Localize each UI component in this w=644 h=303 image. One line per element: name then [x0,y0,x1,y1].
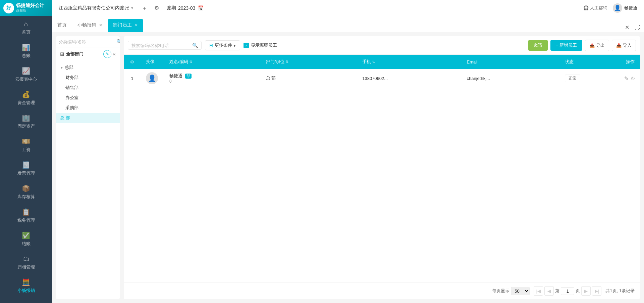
dept-node-general[interactable]: ▼ 总部 [56,62,120,73]
import-button[interactable]: 📥 导入 [612,40,636,51]
tab-employees-label: 部门员工 [113,22,132,28]
col-name[interactable]: 姓名/编码 [164,55,261,69]
employee-email: chanjethkj... [467,76,490,81]
tab-expense[interactable]: 小畅报销 ✕ [72,19,108,32]
next-page-button[interactable]: ▶ [581,286,591,296]
show-resigned-checkbox[interactable]: ✓ [244,43,249,48]
show-resigned-toggle[interactable]: ✓ 显示离职员工 [244,42,277,48]
col-dept[interactable]: 部门/职位 [261,55,357,69]
prev-page-button[interactable]: ◀ [544,286,554,296]
dept-name: 采购部 [65,105,78,111]
tax-icon: 📋 [22,208,30,216]
sidebar-item-settings[interactable]: ⚙ 基础设置 [0,298,52,303]
col-phone[interactable]: 手机 [357,55,461,69]
sidebar-item-home[interactable]: ⌂ 首页 [0,16,52,39]
dept-node-office[interactable]: 办公室 [56,93,120,103]
sidebar-item-label: 小畅报销 [17,288,35,294]
inventory-icon: 📦 [22,184,30,192]
dept-search-icon[interactable]: 🔍 [116,39,120,44]
dept-name: 销售部 [65,85,78,91]
sidebar-item-label: 结账 [22,241,31,247]
col-settings[interactable]: ⚙ [124,55,141,69]
edit-button[interactable]: ✎ [624,75,629,82]
all-dept-label: 全部部门 [66,51,84,57]
row-actions-cell: ✎ ⎋ [600,69,640,88]
row-dept-cell: 总 部 [261,69,357,88]
sidebar-item-expense[interactable]: 🧮 小畅报销 [0,274,52,298]
filter-button[interactable]: ⊟ 更多条件 ▾ [205,40,240,50]
export-button[interactable]: 📤 导出 [585,40,609,51]
add-button[interactable]: ＋ [140,3,149,13]
sidebar-item-tax[interactable]: 📋 税务管理 [0,204,52,227]
sidebar: ⌂ 首页 📊 总账 📈 云报表中心 💰 资金管理 🏢 固定资产 💴 工资 🧾 发… [0,16,52,303]
sidebar-item-funds[interactable]: 💰 资金管理 [0,86,52,110]
dept-header-left: ⊞ 全部部门 [60,51,84,57]
tab-expand-icon[interactable]: ⛶ [633,23,641,32]
company-selector[interactable]: 江西服宝精品有限责任公司内账张 ▾ [52,5,140,11]
tabs-right-actions: ✕ ⛶ [624,23,644,32]
pagination: |◀ ◀ 第 页 ▶ ▶| [534,286,601,296]
avatar: 👤 [146,72,158,84]
sidebar-item-assets[interactable]: 🏢 固定资产 [0,110,52,133]
employee-search-icon[interactable]: 🔍 [192,43,198,48]
close-employees-tab-icon[interactable]: ✕ [135,23,138,28]
close-expense-tab-icon[interactable]: ✕ [99,23,102,28]
action-buttons: ✎ ⎋ [605,75,635,82]
dept-search-input[interactable] [59,39,115,44]
sidebar-item-inventory[interactable]: 📦 库存核算 [0,180,52,204]
calendar-icon[interactable]: 📅 [198,5,204,11]
last-page-button[interactable]: ▶| [592,286,601,296]
dept-node-purchase[interactable]: 采购部 [56,103,120,113]
page-label: 第 [555,288,559,294]
invite-button[interactable]: 邀请 [528,40,548,51]
sidebar-item-archive[interactable]: 🗂 归档管理 [0,251,52,274]
export-label: 导出 [596,42,605,48]
collapse-dept-icon[interactable]: « [113,51,116,57]
per-page-label: 每页显示 [492,288,509,294]
support-label: 人工咨询 [590,5,607,11]
sidebar-item-reports[interactable]: 📈 云报表中心 [0,63,52,86]
tab-home[interactable]: 首页 [52,19,72,32]
add-employee-button[interactable]: + 新增员工 [550,40,582,51]
dept-node-headquarters[interactable]: 总 部 [56,113,120,123]
sidebar-item-label: 发票管理 [17,170,35,176]
filter-icon: ⊟ [209,43,213,48]
tab-close-all-icon[interactable]: ✕ [624,23,631,32]
support-button[interactable]: 🎧 人工咨询 [583,5,607,11]
employee-search-input[interactable] [131,43,190,48]
filter-label: 更多条件 [215,42,232,48]
sidebar-item-ledger[interactable]: 📊 总账 [0,39,52,63]
sidebar-item-label: 工资 [22,147,31,153]
total-text: 共1页, 1条记录 [605,288,635,294]
logo-area: 好 畅捷通好会计 旗舰版 [0,0,52,16]
sidebar-item-invoice[interactable]: 🧾 发票管理 [0,157,52,180]
dept-search: 🔍 [56,36,120,47]
avatar: 👤 [613,3,622,13]
sidebar-item-label: 固定资产 [17,123,35,129]
page-input[interactable] [561,287,574,295]
sidebar-item-label: 税务管理 [17,217,35,223]
settings-icon[interactable]: ⚙ [152,3,161,13]
tab-employees[interactable]: 部门员工 ✕ [108,19,143,32]
sidebar-item-salary[interactable]: 💴 工资 [0,133,52,157]
dept-node-finance[interactable]: 财务部 [56,73,120,83]
status-badge: 正常 [565,75,580,82]
logout-button[interactable]: ⎋ [631,75,635,81]
first-page-button[interactable]: |◀ [534,286,543,296]
sidebar-item-checkout[interactable]: ✅ 结账 [0,227,52,251]
per-page-selector: 每页显示 50 10 20 100 [492,287,530,295]
row-phone-cell: 138070602... [357,69,461,88]
add-dept-button[interactable]: ✎ [103,50,111,58]
sidebar-item-label: 资金管理 [17,100,35,106]
col-email: Email [462,55,560,69]
page-content: 🔍 ⊞ 全部部门 ✎ « ▼ 总部 [52,32,644,303]
dept-header: ⊞ 全部部门 ✎ « [56,47,120,61]
dept-name: 总部 [65,64,73,71]
employee-table: ⚙ 头像 姓名/编码 部门/职位 手机 Email 状态 操作 [124,55,640,88]
user-menu[interactable]: 👤 畅捷通 [613,3,637,13]
sidebar-item-label: 首页 [22,29,31,35]
employee-table-container: ⚙ 头像 姓名/编码 部门/职位 手机 Email 状态 操作 [124,55,640,283]
dept-node-sales[interactable]: 销售部 [56,83,120,93]
per-page-select[interactable]: 50 10 20 100 [511,287,530,295]
archive-icon: 🗂 [23,255,30,263]
